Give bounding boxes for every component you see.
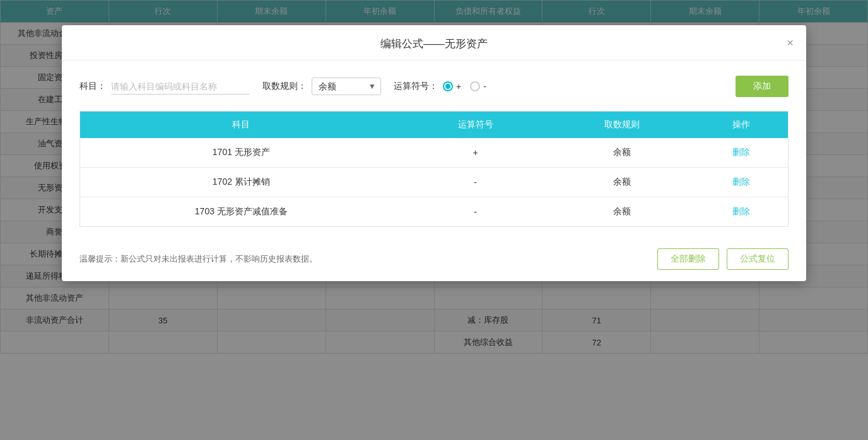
- table-header-row: 科目 运算符号 取数规则 操作: [80, 112, 789, 139]
- row2-operator: -: [402, 168, 549, 197]
- rule-label: 取数规则：: [262, 81, 307, 92]
- delete-all-button[interactable]: 全部删除: [657, 248, 719, 270]
- row1-subject: 1701 无形资产: [80, 138, 402, 168]
- modal-header: 编辑公式——无形资产 ×: [62, 25, 806, 61]
- rule-group: 取数规则： 余额 借方 贷方 借方发生额 贷方发生额 ▼: [262, 78, 381, 95]
- modal-title: 编辑公式——无形资产: [380, 37, 488, 51]
- modal-body: 科目： 取数规则： 余额 借方 贷方 借方发生额 贷方发生额 ▼: [62, 61, 806, 240]
- row3-operator: -: [402, 197, 549, 227]
- col-rule: 取数规则: [549, 112, 695, 139]
- row1-rule: 余额: [549, 138, 695, 168]
- subject-input[interactable]: [111, 79, 250, 95]
- formula-table: 科目 运算符号 取数规则 操作 1701 无形资产 + 余额 删除: [79, 111, 789, 227]
- operator-plus-radio[interactable]: +: [443, 81, 461, 91]
- radio-circle-minus: [470, 81, 480, 91]
- row2-subject: 1702 累计摊销: [80, 168, 402, 197]
- footer-buttons: 全部删除 公式复位: [657, 248, 789, 270]
- row2-delete-link[interactable]: 删除: [732, 177, 750, 187]
- operator-label: 运算符号：: [394, 81, 438, 92]
- add-button[interactable]: 添加: [736, 76, 789, 97]
- table-row: 1703 无形资产减值准备 - 余额 删除: [80, 197, 789, 227]
- col-subject: 科目: [80, 112, 402, 139]
- reset-formula-button[interactable]: 公式复位: [727, 248, 789, 270]
- form-row: 科目： 取数规则： 余额 借方 贷方 借方发生额 贷方发生额 ▼: [79, 76, 789, 97]
- subject-label: 科目：: [79, 81, 106, 92]
- operator-plus-label: +: [456, 81, 461, 91]
- row1-operator: +: [402, 138, 549, 168]
- subject-group: 科目：: [79, 79, 250, 95]
- operator-radio-group: + -: [443, 81, 486, 91]
- modal-overlay: 编辑公式——无形资产 × 科目： 取数规则： 余额 借方: [0, 0, 868, 440]
- footer-tip: 温馨提示：新公式只对未出报表进行计算，不影响历史报表数据。: [79, 253, 317, 265]
- row3-delete-link[interactable]: 删除: [732, 206, 750, 216]
- table-row: 1702 累计摊销 - 余额 删除: [80, 168, 789, 197]
- row2-action: 删除: [695, 168, 789, 197]
- rule-select-wrapper: 余额 借方 贷方 借方发生额 贷方发生额 ▼: [312, 78, 381, 95]
- operator-group: 运算符号： + -: [394, 81, 486, 92]
- row3-subject: 1703 无形资产减值准备: [80, 197, 402, 227]
- row3-rule: 余额: [549, 197, 695, 227]
- modal-footer: 温馨提示：新公式只对未出报表进行计算，不影响历史报表数据。 全部删除 公式复位: [62, 240, 806, 281]
- row3-action: 删除: [695, 197, 789, 227]
- modal-dialog: 编辑公式——无形资产 × 科目： 取数规则： 余额 借方: [62, 25, 806, 281]
- rule-select[interactable]: 余额 借方 贷方 借方发生额 贷方发生额: [312, 78, 381, 95]
- modal-close-button[interactable]: ×: [787, 37, 794, 49]
- radio-circle-plus: [443, 81, 453, 91]
- row1-delete-link[interactable]: 删除: [732, 147, 750, 157]
- col-action: 操作: [695, 112, 789, 139]
- row2-rule: 余额: [549, 168, 695, 197]
- row1-action: 删除: [695, 138, 789, 168]
- col-operator: 运算符号: [402, 112, 549, 139]
- operator-minus-radio[interactable]: -: [470, 81, 486, 91]
- table-row: 1701 无形资产 + 余额 删除: [80, 138, 789, 168]
- operator-minus-label: -: [483, 81, 486, 91]
